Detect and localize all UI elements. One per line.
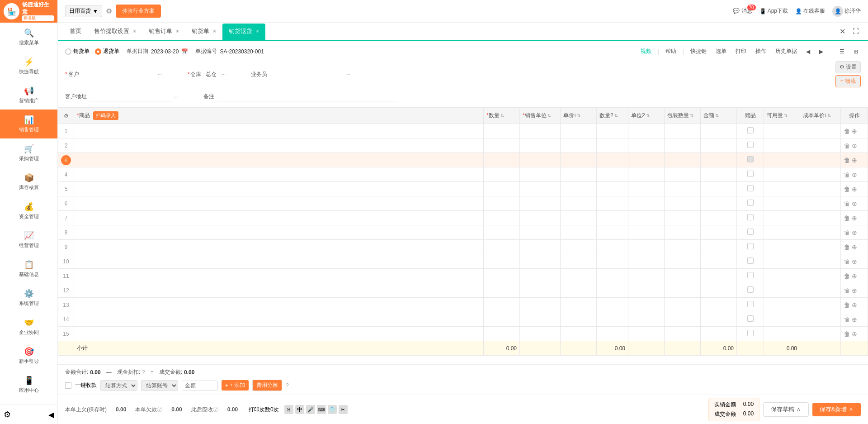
cost-cell-1[interactable]	[800, 124, 841, 138]
gift-checkbox-5[interactable]	[747, 185, 754, 191]
help-button[interactable]: 帮助	[663, 46, 679, 57]
add-logistics-button[interactable]: + 物流	[835, 75, 861, 87]
copy-icon-3[interactable]: ⊕	[852, 157, 857, 164]
customer-input[interactable]	[82, 70, 155, 79]
sidebar-item-shortcut[interactable]: ⚡ 快捷导航	[0, 52, 57, 81]
delete-icon-6[interactable]: 🗑	[844, 200, 850, 207]
amount-cell-3[interactable]	[701, 153, 737, 167]
tab-sale-return[interactable]: 销货退货 ×	[222, 24, 265, 40]
qty-cell-2[interactable]	[484, 138, 520, 153]
delete-icon-14[interactable]: 🗑	[844, 316, 850, 323]
bottom-icon-1[interactable]: S	[284, 405, 293, 414]
settings-icon[interactable]: ⚙	[4, 410, 11, 419]
radio-return[interactable]: 退货单	[95, 48, 119, 55]
gift-checkbox-6[interactable]	[747, 200, 754, 206]
delete-icon-9[interactable]: 🗑	[844, 243, 850, 251]
pack-cell-2[interactable]	[665, 138, 701, 153]
staff-input[interactable]	[270, 70, 343, 79]
unit-sort-icon[interactable]: ⇅	[547, 113, 551, 118]
qty-sort-icon[interactable]: ⇅	[500, 113, 504, 118]
copy-icon-4[interactable]: ⊕	[852, 171, 857, 178]
qty2-cell-3[interactable]	[597, 153, 628, 167]
tab-sale-return-close[interactable]: ×	[256, 28, 259, 34]
tab-sale-order[interactable]: 销售订单 ×	[142, 24, 185, 40]
sidebar-item-appstore[interactable]: 📱 应用中心	[0, 370, 57, 399]
sidebar-item-sales[interactable]: 📊 销售管理	[0, 110, 57, 138]
user-profile[interactable]: 👤 徐泽华	[832, 6, 861, 17]
account-method-select[interactable]: 结算方式	[100, 380, 137, 391]
gift-checkbox-2[interactable]	[747, 142, 754, 148]
gift-cell-2[interactable]	[737, 138, 764, 153]
avail-cell-1[interactable]	[764, 124, 800, 138]
delete-icon-8[interactable]: 🗑	[844, 229, 850, 236]
history-button[interactable]: 历史单据	[773, 46, 800, 57]
address-dots[interactable]: ···	[174, 94, 178, 100]
copy-icon-10[interactable]: ⊕	[852, 258, 857, 265]
collapse-icon[interactable]: ◀	[48, 410, 54, 419]
tab-home[interactable]: 首页	[63, 24, 88, 40]
add-expense-button[interactable]: + + 添加	[222, 380, 249, 391]
print-button[interactable]: 打印	[733, 46, 749, 57]
video-button[interactable]: 视频	[638, 46, 654, 57]
bottom-icon-5[interactable]: 👕	[328, 405, 337, 414]
amount-sort-icon[interactable]: ⇅	[715, 113, 719, 118]
copy-icon-2[interactable]: ⊕	[852, 142, 857, 149]
delete-icon-10[interactable]: 🗑	[844, 258, 850, 265]
account-no-select[interactable]: 结算账号	[141, 380, 178, 391]
price-help-icon[interactable]: ℹ	[574, 113, 576, 118]
sidebar-item-search[interactable]: 🔍 搜索菜单	[0, 23, 57, 52]
unit2-sort-icon[interactable]: ⇅	[646, 113, 650, 118]
cost-cell-2[interactable]	[800, 138, 841, 153]
unit-cell-3[interactable]	[520, 153, 561, 167]
sidebar-item-marketing[interactable]: 📢 营销推广	[0, 81, 57, 110]
gift-checkbox-3[interactable]	[747, 156, 754, 162]
tab-sale-delivery-close[interactable]: ×	[213, 28, 216, 34]
copy-icon-7[interactable]: ⊕	[852, 214, 857, 222]
gift-cell-1[interactable]	[737, 124, 764, 138]
unit-cell-1[interactable]	[520, 124, 561, 138]
cost-sort-icon[interactable]: ⇅	[827, 113, 831, 118]
delete-icon-3[interactable]: 🗑	[844, 157, 850, 164]
qty-cell-3[interactable]	[484, 153, 520, 167]
cost-cell-3[interactable]	[800, 153, 841, 167]
price-cell-1[interactable]	[561, 124, 597, 138]
online-service-link[interactable]: 👤 在线客服	[795, 7, 825, 15]
gift-checkbox-15[interactable]	[747, 330, 754, 336]
bottom-icon-4[interactable]: ⌨	[317, 405, 326, 414]
product-cell-1[interactable]	[74, 124, 484, 138]
copy-icon-13[interactable]: ⊕	[852, 301, 857, 309]
avail-cell-3[interactable]	[764, 153, 800, 167]
next-button[interactable]: ▶	[816, 47, 826, 56]
copy-icon-14[interactable]: ⊕	[852, 316, 857, 323]
gift-checkbox-7[interactable]	[747, 214, 754, 220]
amount-cell-2[interactable]	[701, 138, 737, 153]
price-cell-2[interactable]	[561, 138, 597, 153]
gift-checkbox-12[interactable]	[747, 286, 754, 293]
gift-checkbox-9[interactable]	[747, 243, 754, 249]
sidebar-item-coop[interactable]: 🤝 企业协同	[0, 312, 57, 341]
tab-sale-delivery[interactable]: 销货单 ×	[185, 24, 222, 40]
gift-checkbox-10[interactable]	[747, 257, 754, 264]
product-cell-2[interactable]	[74, 138, 484, 153]
price-cell-3[interactable]	[561, 153, 597, 167]
delete-icon-7[interactable]: 🗑	[844, 214, 850, 222]
save-draft-button[interactable]: 保存草稿 ∧	[763, 402, 809, 417]
gift-checkbox-8[interactable]	[747, 229, 754, 235]
copy-icon-11[interactable]: ⊕	[852, 272, 857, 280]
copy-icon-1[interactable]: ⊕	[852, 128, 857, 135]
cost-help-icon[interactable]: ℹ	[825, 113, 826, 118]
amount-cell-1[interactable]	[701, 124, 737, 138]
pack-cell-3[interactable]	[665, 153, 701, 167]
app-download-link[interactable]: 📱 App下载	[760, 7, 788, 15]
unit2-cell-3[interactable]	[628, 153, 665, 167]
sidebar-item-operation[interactable]: 📈 经营管理	[0, 225, 57, 254]
actions-button[interactable]: 操作	[753, 46, 769, 57]
gift-checkbox-4[interactable]	[747, 171, 754, 177]
delete-icon-2[interactable]: 🗑	[844, 142, 850, 149]
th-settings[interactable]: ⚙	[58, 108, 74, 124]
message-badge[interactable]: 💬 70 消息	[733, 7, 752, 15]
sidebar-item-purchase[interactable]: 🛒 采购管理	[0, 138, 57, 167]
tab-sale-price-close[interactable]: ×	[133, 28, 136, 34]
qty2-sort-icon[interactable]: ⇅	[614, 113, 618, 118]
unit-cell-2[interactable]	[520, 138, 561, 153]
